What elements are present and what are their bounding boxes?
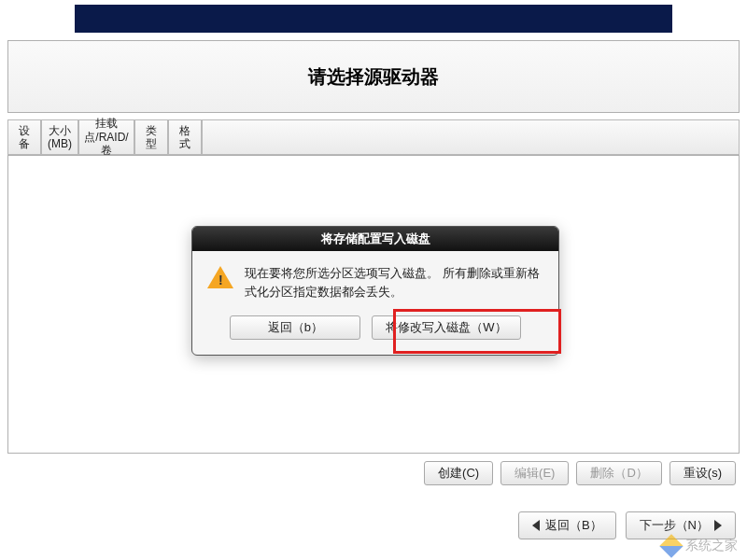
reset-button[interactable]: 重设(s) xyxy=(669,461,736,485)
dialog-title: 将存储配置写入磁盘 xyxy=(192,227,558,251)
partition-toolbar: 创建(C) 编辑(E) 删除（D） 重设(s) xyxy=(7,461,740,491)
col-blank xyxy=(202,119,740,155)
page-title: 请选择源驱动器 xyxy=(308,64,439,90)
top-banner xyxy=(75,5,672,33)
col-mount[interactable]: 挂载点/RAID/卷 xyxy=(78,119,134,155)
next-label: 下一步（N） xyxy=(640,517,709,534)
table-header: 设备 大小(MB) 挂载点/RAID/卷 类型 格式 xyxy=(7,119,740,155)
back-label: 返回（B） xyxy=(545,517,602,534)
dialog-back-button[interactable]: 返回（b） xyxy=(230,315,360,340)
back-button[interactable]: 返回（B） xyxy=(518,511,616,539)
arrow-left-icon xyxy=(532,520,540,531)
confirm-write-dialog: 将存储配置写入磁盘 ! 现在要将您所选分区选项写入磁盘。 所有删除或重新格式化分… xyxy=(191,226,559,356)
edit-button: 编辑(E) xyxy=(500,461,569,485)
create-button[interactable]: 创建(C) xyxy=(424,461,493,485)
dialog-buttons: 返回（b） 将修改写入磁盘（W） xyxy=(192,308,558,355)
delete-button: 删除（D） xyxy=(576,461,661,485)
col-device[interactable]: 设备 xyxy=(7,119,41,155)
col-type[interactable]: 类型 xyxy=(134,119,168,155)
dialog-body: ! 现在要将您所选分区选项写入磁盘。 所有删除或重新格式化分区指定数据都会丢失。 xyxy=(192,251,558,308)
arrow-right-icon xyxy=(714,520,722,531)
warning-icon: ! xyxy=(207,264,233,290)
col-format[interactable]: 格式 xyxy=(168,119,202,155)
dialog-write-button[interactable]: 将修改写入磁盘（W） xyxy=(372,315,520,340)
next-button[interactable]: 下一步（N） xyxy=(626,511,736,539)
dialog-message: 现在要将您所选分区选项写入磁盘。 所有删除或重新格式化分区指定数据都会丢失。 xyxy=(245,264,543,301)
col-size[interactable]: 大小(MB) xyxy=(41,119,78,155)
header-panel: 请选择源驱动器 xyxy=(7,40,740,113)
footer-nav: 返回（B） 下一步（N） xyxy=(7,511,740,545)
